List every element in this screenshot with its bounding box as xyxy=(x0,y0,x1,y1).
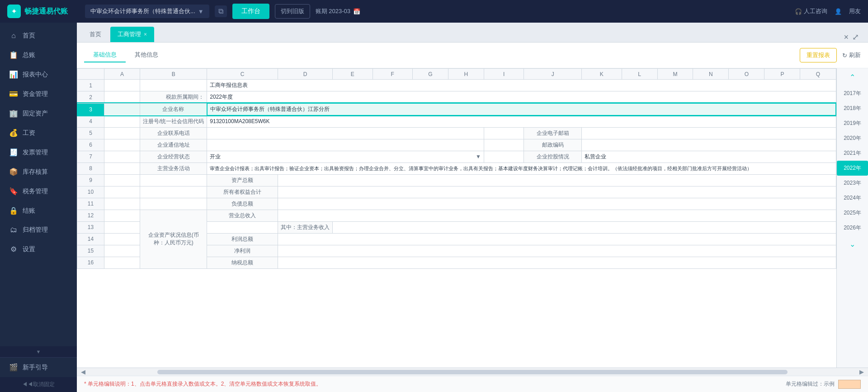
year-nav-up[interactable]: ⌃ xyxy=(848,71,857,83)
col-header-H[interactable]: H xyxy=(448,69,484,80)
sidebar-item-inventory[interactable]: 📦 库存核算 xyxy=(0,162,77,182)
sidebar-scroll-down[interactable]: ▼ xyxy=(0,346,77,357)
copy-company-button[interactable]: ⧉ xyxy=(215,5,227,17)
row7-K[interactable]: 私营企业 xyxy=(582,151,836,163)
col-header-A[interactable]: A xyxy=(104,69,140,80)
row11-B[interactable] xyxy=(140,198,207,210)
col-header-L[interactable]: L xyxy=(622,69,657,80)
sidebar-item-archive[interactable]: 🗂 归档管理 xyxy=(0,220,77,239)
row5-K[interactable] xyxy=(582,127,836,139)
row13-E[interactable] xyxy=(333,221,836,233)
year-btn-2022[interactable]: 2022年 xyxy=(837,161,868,176)
sidebar-item-report[interactable]: 📊 报表中心 xyxy=(0,65,77,84)
sidebar-item-home[interactable]: ⌂ 首页 xyxy=(0,26,77,45)
row11-A[interactable] xyxy=(104,198,140,210)
row1-B[interactable] xyxy=(140,80,207,91)
row12-D[interactable] xyxy=(278,210,836,221)
company-selector[interactable]: 中审众环会计师事务所（特殊普通合伙... ▼ xyxy=(85,5,209,18)
sidebar-item-asset[interactable]: 🏢 固定资产 xyxy=(0,104,77,123)
row10-A[interactable] xyxy=(104,186,140,198)
sidebar-item-salary[interactable]: 💰 工资 xyxy=(0,123,77,143)
row5-C[interactable] xyxy=(207,127,484,139)
sidebar-item-guide[interactable]: 🎬 新手引导 xyxy=(0,357,77,377)
row16-D[interactable] xyxy=(278,257,836,268)
row7-A[interactable] xyxy=(104,151,140,163)
hscroll-thumb[interactable] xyxy=(157,370,788,374)
row1-A[interactable] xyxy=(104,80,140,91)
row12-A[interactable] xyxy=(104,210,140,221)
year-nav-down[interactable]: ⌄ xyxy=(848,238,857,250)
row8-C[interactable]: 审查企业会计报表；出具审计报告；验证企业资本；出具验资报告；办理企业合并、分立、… xyxy=(207,163,836,174)
year-btn-2025[interactable]: 2025年 xyxy=(837,206,868,220)
row15-D[interactable] xyxy=(278,245,836,257)
col-header-I[interactable]: I xyxy=(484,69,524,80)
sidebar-item-settings[interactable]: ⚙ 设置 xyxy=(0,239,77,259)
row9-D[interactable] xyxy=(278,174,836,186)
row2-A[interactable] xyxy=(104,91,140,104)
row9-A[interactable] xyxy=(104,174,140,186)
row6-K[interactable] xyxy=(582,139,836,151)
sidebar-item-close[interactable]: 🔒 结账 xyxy=(0,201,77,220)
close-window-button[interactable]: × xyxy=(844,33,849,42)
year-btn-2021[interactable]: 2021年 xyxy=(837,146,868,161)
row6-I[interactable] xyxy=(484,139,524,151)
col-header-M[interactable]: M xyxy=(657,69,693,80)
row7-C[interactable]: 开业 ▼ xyxy=(207,151,484,163)
horizontal-scrollbar[interactable]: ◀ ▶ xyxy=(77,368,868,376)
row2-C[interactable]: 2022年度 xyxy=(207,91,836,104)
row3-A[interactable] xyxy=(104,103,140,115)
row4-C[interactable]: 91320100MA208E5W6K xyxy=(207,115,836,127)
hscroll-left[interactable]: ◀ xyxy=(79,368,88,375)
col-header-N[interactable]: N xyxy=(693,69,729,80)
row7-I[interactable] xyxy=(484,151,524,163)
sidebar-item-ledger[interactable]: 📋 总账 xyxy=(0,45,77,65)
row6-C[interactable] xyxy=(207,139,484,151)
year-btn-2020[interactable]: 2020年 xyxy=(837,131,868,146)
row5-A[interactable] xyxy=(104,127,140,139)
row16-A[interactable] xyxy=(104,257,140,268)
year-btn-2023[interactable]: 2023年 xyxy=(837,176,868,191)
workbench-button[interactable]: 工作台 xyxy=(232,4,269,19)
sidebar-unpin[interactable]: ◀◀取消固定 xyxy=(0,377,77,392)
old-version-button[interactable]: 切到旧版 xyxy=(275,4,310,19)
tab-home[interactable]: 首页 xyxy=(82,27,108,42)
year-btn-2024[interactable]: 2024年 xyxy=(837,191,868,206)
refresh-button[interactable]: ↻ 刷新 xyxy=(842,51,861,59)
tab-close-icon[interactable]: × xyxy=(144,31,147,38)
year-btn-2018[interactable]: 2018年 xyxy=(837,101,868,116)
business-status-dropdown[interactable]: 开业 ▼ xyxy=(210,153,481,161)
row9-B[interactable] xyxy=(140,174,207,186)
row3-C[interactable]: 中审众环会计师事务所（特殊普通合伙）江苏分所 xyxy=(207,103,836,115)
row14-A[interactable] xyxy=(104,233,140,245)
col-header-F[interactable]: F xyxy=(373,69,412,80)
row5-I[interactable] xyxy=(484,127,524,139)
fullscreen-button[interactable]: ⤢ xyxy=(852,32,859,42)
year-btn-2019[interactable]: 2019年 xyxy=(837,116,868,131)
consultant-link[interactable]: 🎧 人工咨询 xyxy=(795,7,827,15)
col-header-B[interactable]: B xyxy=(140,69,207,80)
row14-D[interactable] xyxy=(278,233,836,245)
sidebar-item-fund[interactable]: 💳 资金管理 xyxy=(0,84,77,104)
calendar-icon[interactable]: 📅 xyxy=(353,8,360,15)
col-header-G[interactable]: G xyxy=(413,69,448,80)
hscroll-right[interactable]: ▶ xyxy=(857,368,866,375)
col-header-P[interactable]: P xyxy=(764,69,800,80)
row15-A[interactable] xyxy=(104,245,140,257)
col-header-Q[interactable]: Q xyxy=(800,69,836,80)
sidebar-item-invoice[interactable]: 🧾 发票管理 xyxy=(0,143,77,162)
col-header-D[interactable]: D xyxy=(278,69,333,80)
col-header-O[interactable]: O xyxy=(729,69,764,80)
reset-report-button[interactable]: 重置报表 xyxy=(800,48,837,62)
row10-B[interactable] xyxy=(140,186,207,198)
col-header-C[interactable]: C xyxy=(207,69,278,80)
row13-C[interactable] xyxy=(207,221,278,233)
col-header-K[interactable]: K xyxy=(582,69,622,80)
tab-bizmanage[interactable]: 工商管理 × xyxy=(110,27,154,42)
row6-A[interactable] xyxy=(104,139,140,151)
subtab-basic[interactable]: 基础信息 xyxy=(84,48,126,62)
row4-A[interactable] xyxy=(104,115,140,127)
year-btn-2017[interactable]: 2017年 xyxy=(837,86,868,101)
col-header-J[interactable]: J xyxy=(524,69,582,80)
year-btn-2026[interactable]: 2026年 xyxy=(837,220,868,235)
row11-D[interactable] xyxy=(278,198,836,210)
